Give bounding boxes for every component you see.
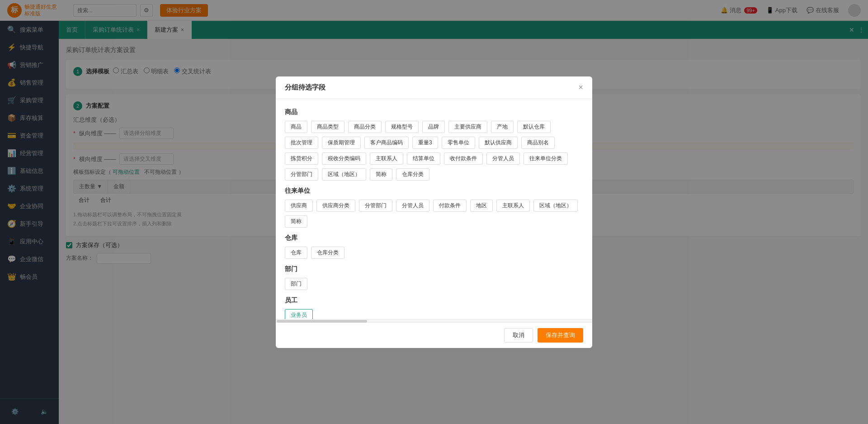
field-tag[interactable]: 品牌 <box>422 121 445 133</box>
field-tag[interactable]: 主联系人 <box>370 152 403 165</box>
field-tag[interactable]: 主联系人 <box>496 200 530 212</box>
field-tag[interactable]: 简称 <box>285 215 307 228</box>
field-tag[interactable]: 仓库分类 <box>311 247 344 259</box>
modal-cancel-btn[interactable]: 取消 <box>504 328 533 343</box>
modal-close-btn[interactable]: × <box>578 83 583 92</box>
modal-h-scrollbar[interactable] <box>276 319 592 322</box>
field-tag[interactable]: 零售单位 <box>442 137 475 149</box>
modal-body: 商品 商品 商品类型 商品分类 规格型号 品牌 主要供应商 产地 默认仓库 批次… <box>276 99 592 319</box>
section-title-contacts: 往来单位 <box>285 187 583 195</box>
modal-overlay: 分组待选字段 × 商品 商品 商品类型 商品分类 规格型号 品牌 主要供应商 产… <box>0 0 868 424</box>
modal-footer: 取消 保存并查询 <box>276 322 592 348</box>
field-tag[interactable]: 分管人员 <box>486 152 520 165</box>
section-title-staff: 员工 <box>285 296 583 305</box>
field-tag[interactable]: 税收分类编码 <box>322 152 366 165</box>
field-tag[interactable]: 默认仓库 <box>517 121 551 133</box>
field-tag[interactable]: 结算单位 <box>407 152 440 165</box>
field-tag[interactable]: 主要供应商 <box>448 121 487 133</box>
field-tag[interactable]: 产地 <box>491 121 514 133</box>
field-tag[interactable]: 拣货积分 <box>285 152 318 165</box>
field-tag[interactable]: 部门 <box>285 278 307 290</box>
modal-title: 分组待选字段 <box>285 83 326 92</box>
field-tag[interactable]: 商品分类 <box>348 121 382 133</box>
field-tag[interactable]: 客户商品编码 <box>364 137 409 149</box>
field-tag[interactable]: 分管部门 <box>359 200 392 212</box>
field-tags-contacts: 供应商 供应商分类 分管部门 分管人员 付款条件 地区 主联系人 区域（地区） … <box>285 200 583 228</box>
field-tag[interactable]: 分管人员 <box>396 200 429 212</box>
field-tag[interactable]: 付款条件 <box>433 200 467 212</box>
field-tag[interactable]: 地区 <box>470 200 493 212</box>
field-tag[interactable]: 区域（地区） <box>322 168 366 181</box>
field-tag[interactable]: 仓库分类 <box>396 168 429 181</box>
field-tag[interactable]: 区域（地区） <box>533 200 578 212</box>
field-tag[interactable]: 分管部门 <box>285 168 318 181</box>
field-tag[interactable]: 商品类型 <box>311 121 344 133</box>
modal-confirm-btn[interactable]: 保存并查询 <box>538 328 583 343</box>
section-title-warehouse: 仓库 <box>285 234 583 242</box>
field-tag[interactable]: 重量3 <box>412 137 438 149</box>
field-tag[interactable]: 商品 <box>285 121 307 133</box>
modal-header: 分组待选字段 × <box>276 76 592 99</box>
field-tag[interactable]: 仓库 <box>285 247 307 259</box>
field-tag[interactable]: 商品别名 <box>521 137 555 149</box>
field-tags-dept: 部门 <box>285 278 583 290</box>
field-tag[interactable]: 往来单位分类 <box>524 152 568 165</box>
field-tags-staff: 业务员 <box>285 309 583 319</box>
field-tag[interactable]: 批次管理 <box>285 137 318 149</box>
field-tag[interactable]: 保质期管理 <box>322 137 361 149</box>
field-tag[interactable]: 简称 <box>370 168 392 181</box>
field-tag[interactable]: 默认供应商 <box>479 137 518 149</box>
section-title-dept: 部门 <box>285 265 583 273</box>
field-tags-goods: 商品 商品类型 商品分类 规格型号 品牌 主要供应商 产地 默认仓库 批次管理 … <box>285 121 583 181</box>
modal-h-scrollbar-thumb <box>277 320 367 323</box>
section-title-goods: 商品 <box>285 108 583 116</box>
field-tag[interactable]: 供应商分类 <box>316 200 355 212</box>
field-tag[interactable]: 规格型号 <box>385 121 419 133</box>
field-tags-warehouse: 仓库 仓库分类 <box>285 247 583 259</box>
field-tag[interactable]: 收付款条件 <box>444 152 483 165</box>
field-tag[interactable]: 供应商 <box>285 200 313 212</box>
field-tag[interactable]: 业务员 <box>285 309 313 319</box>
modal: 分组待选字段 × 商品 商品 商品类型 商品分类 规格型号 品牌 主要供应商 产… <box>276 76 592 348</box>
